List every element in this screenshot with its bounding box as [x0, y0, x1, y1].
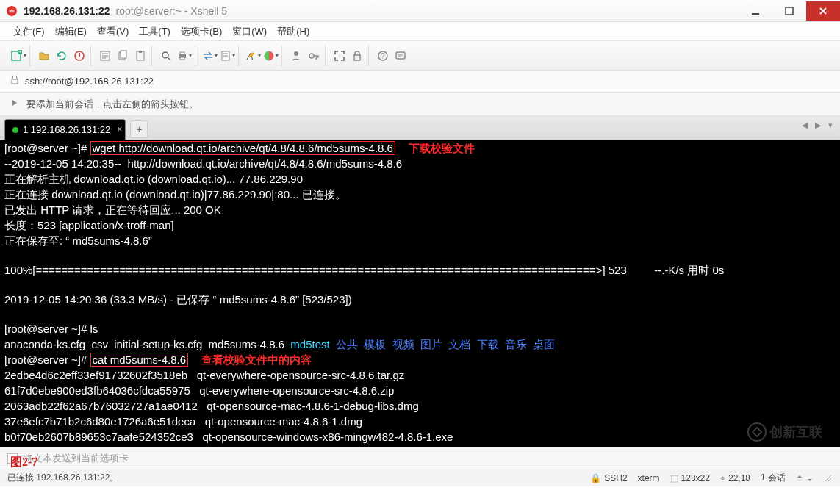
hint-bar: 要添加当前会话，点击左侧的箭头按钮。: [0, 93, 840, 116]
tab-strip: 1 192.168.26.131:22 × + ◀ ▶ ▾: [0, 116, 840, 140]
annotation-cat: 查看校验文件中的内容: [201, 354, 312, 366]
window-controls: [739, 1, 840, 21]
ssh-lock-icon: [10, 76, 21, 87]
md5-line: 61f7d0ebe900ed3fb64036cfdca55975 qt-ever…: [4, 384, 394, 397]
term-line: 正在连接 download.qt.io (download.qt.io)|77.…: [4, 188, 346, 201]
color-icon[interactable]: ▾: [262, 48, 279, 64]
tab-close-icon[interactable]: ×: [117, 124, 122, 134]
tab-list-icon[interactable]: ▾: [825, 119, 836, 132]
compose-icon[interactable]: [392, 48, 409, 64]
svg-text:?: ?: [381, 52, 385, 60]
send-placeholder[interactable]: 将文本发送到当前选项卡: [24, 452, 129, 465]
paste-icon[interactable]: [132, 48, 148, 64]
title-ip: 192.168.26.131:22: [24, 5, 110, 17]
menubar: 文件(F) 编辑(E) 查看(V) 工具(T) 选项卡(B) 窗口(W) 帮助(…: [0, 22, 840, 41]
open-icon[interactable]: [36, 48, 52, 64]
menu-edit[interactable]: 编辑(E): [55, 25, 87, 38]
svg-text:+: +: [18, 49, 21, 54]
ls-dirs: 公共 模板 视频 图片 文档 下载 音乐 桌面: [330, 338, 556, 350]
cmd-cat: cat md5sums-4.8.6: [90, 353, 189, 367]
status-term: xterm: [638, 473, 660, 483]
user-icon[interactable]: [288, 48, 304, 64]
font-icon[interactable]: A▾: [245, 48, 261, 64]
menu-help[interactable]: 帮助(H): [277, 25, 309, 38]
maximize-button[interactable]: [772, 1, 806, 21]
svg-rect-22: [354, 55, 360, 60]
app-icon: [6, 5, 18, 17]
address-bar: ssh://root@192.168.26.131:22: [0, 71, 840, 93]
connected-dot-icon: [12, 127, 18, 133]
figure-label: 图2-7: [10, 455, 37, 470]
term-line: 正在解析主机 download.qt.io (download.qt.io)..…: [4, 173, 303, 185]
menu-tools[interactable]: 工具(T): [139, 25, 170, 38]
term-line: 正在保存至: “ md5sums-4.8.6”: [4, 234, 152, 247]
send-bar: 将文本发送到当前选项卡 创新互联: [0, 447, 840, 469]
add-tab-button[interactable]: +: [130, 120, 148, 138]
term-line: 长度：523 [application/x-troff-man]: [4, 219, 174, 231]
tab-label: 1 192.168.26.131:22: [23, 124, 110, 135]
menu-tab[interactable]: 选项卡(B): [181, 25, 222, 38]
transfer-icon[interactable]: ▾: [201, 48, 218, 64]
status-bar: 已连接 192.168.26.131:22。 🔒SSH2 xterm ⬚123x…: [0, 469, 840, 486]
session-tab[interactable]: 1 192.168.26.131:22 ×: [4, 119, 126, 140]
reconnect-icon[interactable]: [54, 48, 70, 64]
disconnect-icon[interactable]: [71, 48, 87, 64]
status-size: ⬚123x22: [670, 473, 710, 483]
cmd-wget: wget http://download.qt.io/archive/qt/4.…: [90, 141, 395, 155]
size-icon: ⬚: [670, 473, 678, 483]
menu-view[interactable]: 查看(V): [97, 25, 129, 38]
prompt: [root@server ~]#: [4, 142, 90, 154]
svg-point-20: [294, 51, 298, 56]
toolbar: +▾ ▾ ▾ ▾ A▾ ▾ ?: [0, 41, 840, 71]
svg-rect-15: [180, 52, 184, 54]
md5-line: 37e6efc7b71b2c6d80e1726a6e51deca qt-open…: [4, 415, 362, 428]
svg-rect-12: [139, 51, 142, 53]
tab-nav: ◀ ▶ ▾: [799, 119, 836, 132]
close-button[interactable]: [806, 1, 840, 21]
svg-rect-1: [752, 13, 759, 15]
hint-text: 要添加当前会话，点击左侧的箭头按钮。: [26, 98, 198, 111]
prompt: [root@server ~]# ls: [4, 323, 98, 335]
svg-rect-16: [180, 57, 184, 60]
minimize-button[interactable]: [739, 1, 772, 21]
term-line: 2019-12-05 14:20:36 (33.3 MB/s) - 已保存 “ …: [4, 293, 352, 306]
svg-point-13: [162, 52, 168, 58]
term-line: 已发出 HTTP 请求，正在等待回应... 200 OK: [4, 204, 221, 216]
status-sessions: 1 会话: [761, 472, 786, 484]
fullscreen-icon[interactable]: [331, 48, 348, 64]
md5-line: b0f70eb2607b89653c7aafe524352ce3 qt-open…: [4, 431, 453, 443]
status-connection: 已连接 192.168.26.131:22。: [7, 472, 580, 484]
help-icon[interactable]: ?: [375, 48, 391, 64]
script-icon[interactable]: ▾: [219, 48, 235, 64]
status-proto: 🔒SSH2: [590, 473, 627, 483]
hint-arrow-icon[interactable]: [10, 98, 21, 110]
md5-line: 2063adb22f62a67b76032727a1ae0412 qt-open…: [4, 400, 419, 412]
prompt: [root@server ~]#: [4, 353, 90, 366]
status-grabber: [824, 474, 833, 483]
title-subtitle: root@server:~ - Xshell 5: [116, 5, 228, 17]
properties-icon[interactable]: [97, 48, 113, 64]
tab-prev-icon[interactable]: ◀: [799, 119, 811, 132]
key-icon[interactable]: [306, 48, 322, 64]
terminal[interactable]: [root@server ~]# wget http://download.qt…: [0, 140, 840, 447]
print-icon[interactable]: ▾: [176, 48, 192, 64]
lock-small-icon: 🔒: [590, 473, 601, 483]
tab-next-icon[interactable]: ▶: [812, 119, 824, 132]
term-line: --2019-12-05 14:20:35-- http://download.…: [4, 157, 402, 170]
address-text[interactable]: ssh://root@192.168.26.131:22: [25, 76, 154, 87]
new-session-icon[interactable]: +▾: [10, 48, 26, 64]
svg-rect-2: [786, 7, 793, 15]
svg-rect-26: [12, 79, 18, 84]
menu-file[interactable]: 文件(F): [13, 25, 45, 38]
svg-rect-7: [79, 53, 80, 57]
svg-point-21: [309, 54, 314, 58]
lock-icon[interactable]: [349, 48, 365, 64]
status-pos: ⌖22,18: [720, 473, 750, 483]
search-icon[interactable]: [158, 48, 174, 64]
term-line: 100%[===================================…: [4, 264, 724, 276]
md5-line: 2edbe4d6c2eff33ef91732602f3518eb qt-ever…: [4, 369, 404, 381]
copy-icon[interactable]: [115, 48, 131, 64]
svg-rect-10: [121, 51, 126, 58]
menu-window[interactable]: 窗口(W): [232, 25, 267, 38]
ls-output: anaconda-ks.cfg csv initial-setup-ks.cfg…: [4, 338, 290, 350]
